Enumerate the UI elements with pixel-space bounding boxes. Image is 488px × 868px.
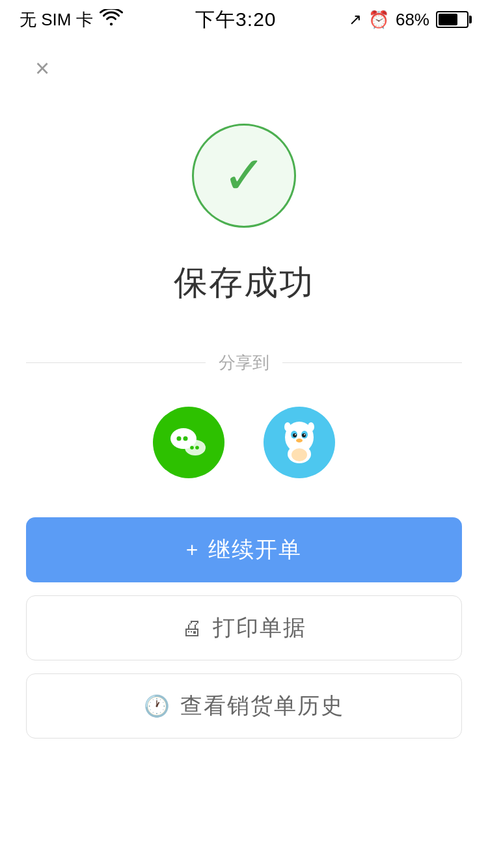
share-label: 分享到 bbox=[219, 351, 269, 374]
action-buttons: + 继续开单 🖨 打印单据 🕐 查看销货单历史 bbox=[26, 517, 462, 739]
clock-icon: 🕐 bbox=[144, 694, 171, 718]
continue-button[interactable]: + 继续开单 bbox=[26, 517, 462, 582]
svg-point-3 bbox=[185, 440, 206, 455]
wechat-button[interactable] bbox=[153, 407, 224, 478]
history-label: 查看销货单历史 bbox=[180, 691, 344, 721]
svg-point-16 bbox=[284, 422, 291, 431]
svg-point-5 bbox=[195, 446, 199, 450]
qq-button[interactable] bbox=[264, 407, 335, 478]
success-circle: ✓ bbox=[192, 124, 296, 228]
battery-icon bbox=[436, 11, 468, 28]
close-icon: × bbox=[35, 56, 49, 81]
share-divider: 分享到 bbox=[26, 351, 462, 374]
plus-icon: + bbox=[186, 538, 200, 562]
svg-point-11 bbox=[302, 433, 306, 437]
svg-point-4 bbox=[190, 446, 194, 450]
checkmark-icon: ✓ bbox=[223, 150, 266, 202]
svg-point-1 bbox=[177, 437, 182, 441]
print-button[interactable]: 🖨 打印单据 bbox=[26, 595, 462, 660]
main-content: × ✓ 保存成功 分享到 bbox=[0, 39, 488, 765]
svg-point-8 bbox=[293, 433, 297, 437]
close-button-row: × bbox=[26, 52, 462, 85]
wechat-icon bbox=[167, 423, 211, 462]
carrier-text: 无 SIM 卡 bbox=[20, 8, 93, 31]
success-title: 保存成功 bbox=[174, 260, 314, 306]
status-time: 下午3:20 bbox=[195, 7, 276, 33]
location-icon: ↗ bbox=[349, 10, 362, 29]
qq-icon bbox=[278, 420, 321, 465]
svg-point-2 bbox=[183, 437, 188, 441]
svg-point-17 bbox=[308, 422, 314, 431]
svg-point-13 bbox=[296, 439, 303, 442]
continue-label: 继续开单 bbox=[208, 535, 302, 565]
share-icons bbox=[26, 407, 462, 478]
wifi-icon bbox=[100, 9, 123, 31]
svg-point-9 bbox=[295, 434, 296, 435]
print-label: 打印单据 bbox=[213, 613, 306, 643]
battery-fill bbox=[439, 14, 457, 25]
close-button[interactable]: × bbox=[26, 52, 59, 85]
share-section: 分享到 bbox=[26, 351, 462, 478]
print-icon: 🖨 bbox=[182, 616, 204, 640]
history-button[interactable]: 🕐 查看销货单历史 bbox=[26, 673, 462, 739]
status-left: 无 SIM 卡 bbox=[20, 8, 123, 31]
svg-point-12 bbox=[304, 434, 305, 435]
battery-percent: 68% bbox=[396, 10, 429, 30]
alarm-icon: ⏰ bbox=[368, 10, 389, 30]
status-right: ↗ ⏰ 68% bbox=[349, 10, 468, 30]
svg-point-15 bbox=[291, 448, 307, 461]
status-bar: 无 SIM 卡 下午3:20 ↗ ⏰ 68% bbox=[0, 0, 488, 39]
